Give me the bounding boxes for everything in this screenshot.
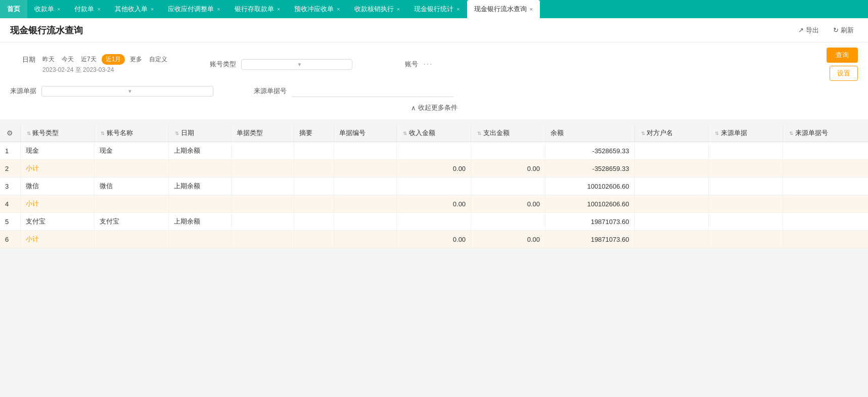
- account-dots[interactable]: ···: [423, 60, 433, 69]
- table-cell: [169, 195, 232, 213]
- table-cell: 小计: [20, 195, 95, 213]
- col-expense: ⇅ 支出金额: [471, 124, 545, 142]
- col-account-name: ⇅ 账号名称: [95, 124, 169, 142]
- col-summary: 摘要: [294, 124, 334, 142]
- table-cell: [634, 142, 709, 160]
- sort-icon[interactable]: ⇅: [27, 130, 31, 136]
- col-doc-type: 单据类型: [232, 124, 294, 142]
- account-label: 账号: [393, 60, 418, 69]
- header-actions: ↗ 导出 ↻ 刷新: [794, 24, 858, 37]
- date-btn-yesterday[interactable]: 昨天: [40, 54, 57, 65]
- sort-icon[interactable]: ⇅: [175, 130, 179, 136]
- close-icon[interactable]: ×: [277, 6, 280, 12]
- nav-tab-label: 收款核销执行: [354, 5, 394, 14]
- table-cell: [294, 195, 334, 213]
- nav-tab-xianjinyinhang[interactable]: 现金银行统计 ×: [407, 0, 467, 18]
- source-doc-select[interactable]: ▼: [41, 86, 213, 97]
- close-icon[interactable]: ×: [217, 6, 220, 12]
- table-cell: [709, 195, 783, 213]
- nav-tab-shoukuanhexiao[interactable]: 收款核销执行 ×: [347, 0, 407, 18]
- sort-icon[interactable]: ⇅: [789, 130, 793, 136]
- close-icon[interactable]: ×: [97, 6, 100, 12]
- close-icon[interactable]: ×: [57, 6, 60, 12]
- gear-icon[interactable]: ⚙: [7, 129, 13, 137]
- table-cell: 100102606.60: [545, 195, 634, 213]
- nav-home[interactable]: 首页: [0, 0, 27, 18]
- table-cell: 上期余额: [169, 142, 232, 160]
- nav-home-label: 首页: [7, 5, 20, 14]
- export-button[interactable]: ↗ 导出: [794, 24, 823, 37]
- col-counterpart: ⇅ 对方户名: [634, 124, 709, 142]
- collapse-icon: ∧: [411, 104, 416, 112]
- table-cell: 现金: [20, 142, 95, 160]
- table-row: 4小计0.000.00100102606.60: [0, 195, 868, 213]
- date-btn-7days[interactable]: 近7天: [79, 54, 99, 65]
- date-btn-custom[interactable]: 自定义: [147, 54, 169, 65]
- nav-tab-yinhangcunqu[interactable]: 银行存取款单 ×: [227, 0, 287, 18]
- filter-row-2: 来源单据 ▼ 来源单据号: [10, 85, 858, 97]
- table-cell: [294, 231, 334, 248]
- table-cell: 100102606.60: [545, 178, 634, 195]
- table-cell: [294, 178, 334, 195]
- table-cell: 0.00: [397, 160, 471, 178]
- table-cell: [334, 213, 397, 231]
- sort-icon[interactable]: ⇅: [715, 130, 719, 136]
- collapse-row[interactable]: ∧ 收起更多条件: [10, 101, 858, 114]
- nav-tab-label: 银行存取款单: [235, 5, 274, 14]
- nav-tab-qitashouru[interactable]: 其他收入单 ×: [108, 0, 161, 18]
- source-doc-label: 来源单据: [10, 86, 36, 96]
- date-btn-more[interactable]: 更多: [128, 54, 144, 65]
- table-cell: [709, 213, 783, 231]
- table-cell: 6: [0, 231, 20, 248]
- close-icon[interactable]: ×: [530, 6, 533, 12]
- filter-row-1: 日期 昨天 今天 近7天 近1月 更多 自定义 2023-02-24 至 202…: [10, 48, 858, 81]
- table-cell: [232, 142, 294, 160]
- settings-button[interactable]: 设置: [830, 66, 858, 81]
- table-cell: [709, 231, 783, 248]
- sort-icon[interactable]: ⇅: [101, 130, 105, 136]
- date-btn-1month[interactable]: 近1月: [102, 54, 125, 65]
- close-icon[interactable]: ×: [151, 6, 154, 12]
- close-icon[interactable]: ×: [337, 6, 340, 12]
- nav-tab-label: 现金银行流水查询: [474, 5, 527, 14]
- sort-icon[interactable]: ⇅: [403, 130, 407, 136]
- query-button[interactable]: 查询: [827, 48, 858, 63]
- table-cell: [95, 195, 169, 213]
- table-row: 6小计0.000.0019871073.60: [0, 231, 868, 248]
- table-row: 1现金现金上期余额-3528659.33: [0, 142, 868, 160]
- table-cell: 4: [0, 195, 20, 213]
- nav-tab-fukuan[interactable]: 付款单 ×: [67, 0, 107, 18]
- date-btn-today[interactable]: 今天: [60, 54, 76, 65]
- nav-tab-shoukuan[interactable]: 收款单 ×: [27, 0, 67, 18]
- col-income: ⇅ 收入金额: [397, 124, 471, 142]
- table-cell: [783, 178, 868, 195]
- table-cell: 19871073.60: [545, 213, 634, 231]
- col-account-type: ⇅ 账号类型: [20, 124, 95, 142]
- nav-tab-label: 现金银行统计: [414, 5, 453, 14]
- data-table-wrapper: ⚙ ⇅ 账号类型 ⇅ 账号名称 ⇅ 日期 单据类型 摘要 单据编号 ⇅ 收入金额: [0, 124, 868, 248]
- table-cell: 现金: [95, 142, 169, 160]
- table-cell: [232, 160, 294, 178]
- close-icon[interactable]: ×: [456, 6, 460, 12]
- sort-icon[interactable]: ⇅: [641, 130, 645, 136]
- account-type-select[interactable]: ▼: [241, 59, 352, 70]
- source-doc-no-input[interactable]: [292, 85, 453, 97]
- refresh-button[interactable]: ↻ 刷新: [829, 24, 858, 37]
- nav-tab-liushui[interactable]: 现金银行流水查询 ×: [467, 0, 540, 18]
- table-cell: [709, 160, 783, 178]
- table-cell: 0.00: [397, 195, 471, 213]
- sort-icon[interactable]: ⇅: [477, 130, 481, 136]
- data-table: ⚙ ⇅ 账号类型 ⇅ 账号名称 ⇅ 日期 单据类型 摘要 单据编号 ⇅ 收入金额: [0, 124, 868, 248]
- close-icon[interactable]: ×: [397, 6, 400, 12]
- table-body: 1现金现金上期余额-3528659.332小计0.000.00-3528659.…: [0, 142, 868, 248]
- table-cell: 2: [0, 160, 20, 178]
- table-cell: [95, 160, 169, 178]
- nav-tab-yingshouyingfu[interactable]: 应收应付调整单 ×: [161, 0, 227, 18]
- table-cell: [709, 142, 783, 160]
- account-type-label: 账号类型: [210, 60, 236, 69]
- table-cell: [95, 231, 169, 248]
- nav-tab-yushouchong[interactable]: 预收冲应收单 ×: [287, 0, 347, 18]
- col-gear[interactable]: ⚙: [0, 124, 20, 142]
- table-cell: [709, 178, 783, 195]
- table-cell: 0.00: [397, 231, 471, 248]
